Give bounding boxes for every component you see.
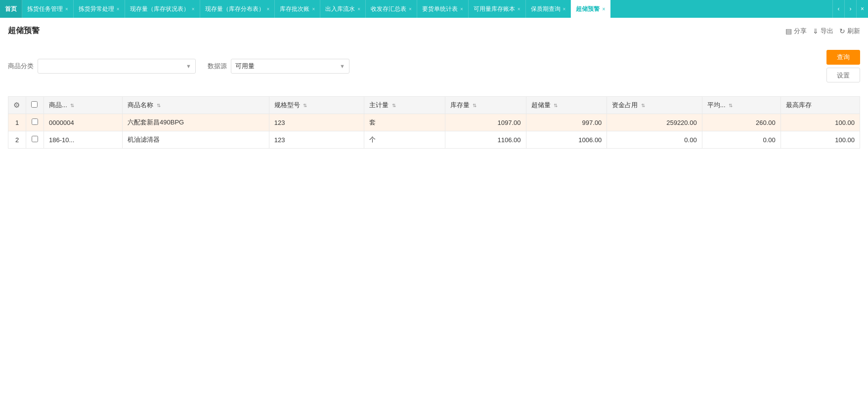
th-checkbox xyxy=(26,97,44,114)
row-code: 0000004 xyxy=(44,114,123,131)
close-icon[interactable]: × xyxy=(312,6,315,12)
table-row: 2 186-10... 机油滤清器 123 个 1106.00 1006.00 … xyxy=(8,131,860,149)
nav-tab-quality-date[interactable]: 保质期查询 × xyxy=(526,0,571,18)
row-unit: 套 xyxy=(364,114,445,131)
nav-tab-home[interactable]: 首页 xyxy=(0,0,22,18)
sort-icon[interactable]: ⇅ xyxy=(641,103,645,108)
nav-tab-inventory-status[interactable]: 现存量（库存状况表） × xyxy=(125,0,200,18)
share-label: 分享 xyxy=(794,27,807,36)
page-header: 超储预警 ▤ 分享 ⇓ 导出 ↻ 刷新 xyxy=(8,26,860,36)
header-actions: ▤ 分享 ⇓ 导出 ↻ 刷新 xyxy=(785,27,860,36)
row-overstock: 1006.00 xyxy=(526,131,607,149)
nav-tab-label: 拣货任务管理 xyxy=(27,5,63,13)
close-icon[interactable]: × xyxy=(65,6,68,12)
nav-close-button[interactable]: × xyxy=(856,0,868,18)
nav-tab-label: 收发存汇总表 xyxy=(371,5,406,13)
query-button[interactable]: 查询 xyxy=(826,50,860,65)
sort-icon[interactable]: ⇅ xyxy=(392,103,396,108)
gear-icon[interactable]: ⚙ xyxy=(13,101,20,110)
row-num: 1 xyxy=(8,114,26,131)
setting-button[interactable]: 设置 xyxy=(826,68,860,82)
row-avg: 260.00 xyxy=(702,114,781,131)
th-gear: ⚙ xyxy=(8,97,26,114)
row-unit: 个 xyxy=(364,131,445,149)
nav-tab-recv-send[interactable]: 收发存汇总表 × xyxy=(366,0,417,18)
th-capital: 资金占用 ⇅ xyxy=(607,97,702,114)
nav-tab-batch[interactable]: 库存批次账 × xyxy=(275,0,320,18)
category-select[interactable]: ▼ xyxy=(38,59,196,74)
nav-tab-overstock[interactable]: 超储预警 × xyxy=(571,0,610,18)
row-checkbox[interactable] xyxy=(32,118,38,125)
refresh-icon: ↻ xyxy=(839,27,845,35)
data-table: ⚙ 商品... ⇅ 商品名称 ⇅ 规格型号 ⇅ 主计量 xyxy=(8,96,860,149)
category-label: 商品分类 xyxy=(8,62,34,71)
row-checkbox[interactable] xyxy=(32,136,38,142)
nav-tab-home-label: 首页 xyxy=(5,5,17,13)
nav-prev-button[interactable]: ‹ xyxy=(832,0,844,18)
nav-tab-label: 现存量（库存状况表） xyxy=(130,5,189,13)
nav-tab-order-stats[interactable]: 要货单统计表 × xyxy=(417,0,469,18)
share-button[interactable]: ▤ 分享 xyxy=(785,27,807,36)
row-max-stock: 100.00 xyxy=(781,131,860,149)
close-icon[interactable]: × xyxy=(409,6,412,12)
row-spec: 123 xyxy=(269,114,364,131)
th-max-stock: 最高库存 xyxy=(781,97,860,114)
sort-icon[interactable]: ⇅ xyxy=(554,103,558,108)
close-icon[interactable]: × xyxy=(563,6,566,12)
nav-tab-label: 出入库流水 xyxy=(325,5,355,13)
datasource-label: 数据源 xyxy=(208,62,227,71)
row-spec: 123 xyxy=(269,131,364,149)
export-label: 导出 xyxy=(821,27,833,36)
th-stock: 库存量 ⇅ xyxy=(445,97,526,114)
chevron-down-icon: ▼ xyxy=(186,63,191,69)
close-icon[interactable]: × xyxy=(117,6,120,12)
row-name: 六配套新昌490BPG xyxy=(123,114,269,131)
sort-icon[interactable]: ⇅ xyxy=(70,103,74,108)
nav-tab-abnormal[interactable]: 拣货异常处理 × xyxy=(74,0,125,18)
close-icon[interactable]: × xyxy=(357,6,360,12)
export-icon: ⇓ xyxy=(813,27,819,35)
close-icon[interactable]: × xyxy=(602,6,605,12)
select-all-checkbox[interactable] xyxy=(31,101,38,108)
sort-icon[interactable]: ⇅ xyxy=(157,103,161,108)
close-icon[interactable]: × xyxy=(460,6,463,12)
nav-tab-label: 现存量（库存分布表） xyxy=(205,5,264,13)
nav-tab-label: 库存批次账 xyxy=(280,5,309,13)
refresh-button[interactable]: ↻ 刷新 xyxy=(839,27,860,36)
row-code: 186-10... xyxy=(44,131,123,149)
th-spec: 规格型号 ⇅ xyxy=(269,97,364,114)
nav-tab-inventory-dist[interactable]: 现存量（库存分布表） × xyxy=(200,0,275,18)
close-icon[interactable]: × xyxy=(192,6,195,12)
table-row: 1 0000004 六配套新昌490BPG 123 套 1097.00 997.… xyxy=(8,114,860,131)
page-title: 超储预警 xyxy=(8,26,40,36)
nav-next-button[interactable]: › xyxy=(844,0,856,18)
datasource-select[interactable]: 可用量 ▼ xyxy=(231,59,349,74)
nav-tab-task-mgmt[interactable]: 拣货任务管理 × xyxy=(22,0,74,18)
close-icon[interactable]: × xyxy=(518,6,521,12)
sort-icon[interactable]: ⇅ xyxy=(473,103,477,108)
nav-tab-label: 超储预警 xyxy=(576,5,600,13)
close-icon[interactable]: × xyxy=(267,6,270,12)
row-capital: 259220.00 xyxy=(607,114,702,131)
category-filter: 商品分类 ▼ xyxy=(8,59,196,74)
row-name: 机油滤清器 xyxy=(123,131,269,149)
row-stock: 1097.00 xyxy=(445,114,526,131)
top-nav: 首页 拣货任务管理 × 拣货异常处理 × 现存量（库存状况表） × 现存量（库存… xyxy=(0,0,868,18)
nav-tab-avail-ledger[interactable]: 可用量库存账本 × xyxy=(469,0,526,18)
row-checkbox-cell xyxy=(26,114,44,131)
datasource-value: 可用量 xyxy=(235,62,255,71)
query-buttons: 查询 设置 xyxy=(826,50,860,82)
datasource-filter: 数据源 可用量 ▼ xyxy=(208,59,349,74)
row-max-stock: 100.00 xyxy=(781,114,860,131)
row-stock: 1106.00 xyxy=(445,131,526,149)
nav-tab-label: 要货单统计表 xyxy=(422,5,458,13)
export-button[interactable]: ⇓ 导出 xyxy=(813,27,833,36)
refresh-label: 刷新 xyxy=(847,27,860,36)
row-num: 2 xyxy=(8,131,26,149)
sort-icon[interactable]: ⇅ xyxy=(303,103,307,108)
th-code: 商品... ⇅ xyxy=(44,97,123,114)
row-capital: 0.00 xyxy=(607,131,702,149)
share-icon: ▤ xyxy=(785,27,792,35)
nav-tab-inout-flow[interactable]: 出入库流水 × xyxy=(320,0,366,18)
sort-icon[interactable]: ⇅ xyxy=(729,103,733,108)
